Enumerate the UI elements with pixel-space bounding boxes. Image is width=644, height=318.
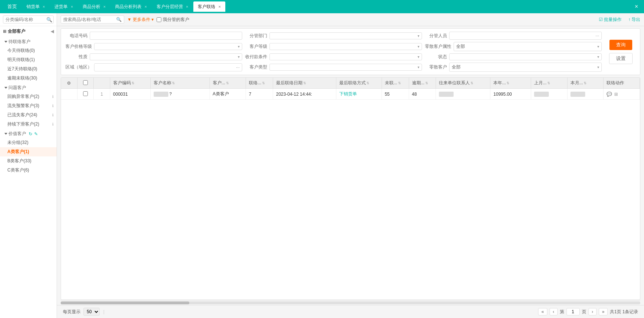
- action-chat-icon[interactable]: 💬: [607, 92, 612, 97]
- sidebar-item-churn-warning[interactable]: 流失预警客户(3) ℹ: [0, 101, 57, 110]
- action-icons: 💬 ⊞: [607, 92, 637, 97]
- sidebar-item-ungrouped[interactable]: 未分组(32): [0, 138, 57, 147]
- my-customers-checkbox[interactable]: 我分管的客户: [157, 17, 189, 23]
- more-filters-btn[interactable]: ▼ 更多条件 ▾: [127, 17, 154, 23]
- nav-tab-analysis[interactable]: 商品分析 ×: [78, 1, 110, 12]
- manager-ellipsis-icon[interactable]: ···: [595, 33, 599, 38]
- nav-tab-sales[interactable]: 销货单 ×: [22, 1, 49, 12]
- close-analysis-list-tab[interactable]: ×: [144, 4, 147, 9]
- search-input[interactable]: [63, 17, 115, 22]
- close-sales-tab[interactable]: ×: [43, 4, 45, 9]
- this-month-blurred: [570, 92, 585, 97]
- filter-row-1: 电话号码 分管部门 ▾ 分管人员: [65, 32, 602, 40]
- customer-type-select[interactable]: ▾: [269, 64, 422, 71]
- page-input[interactable]: [566, 308, 580, 315]
- next-page-btn[interactable]: ›: [588, 308, 597, 315]
- prev-page-btn[interactable]: ‹: [550, 308, 558, 315]
- total-records-label: 共1页 1条记录: [610, 309, 638, 315]
- col-last-contact-method[interactable]: 最后联络方式⇅: [336, 78, 382, 89]
- col-customer-type[interactable]: 客户...⇅: [210, 78, 246, 89]
- manager-select[interactable]: ···: [449, 32, 602, 40]
- row-num: 1: [94, 89, 110, 100]
- sidebar-item-churned[interactable]: 已流失客户(24) ℹ: [0, 110, 57, 120]
- row-last-contact-date: 2023-04-12 14:44:: [273, 89, 336, 100]
- last-contact-method-link[interactable]: 下销货单: [339, 91, 357, 96]
- nav-tab-analysis-list[interactable]: 商品分析列表 ×: [111, 1, 151, 12]
- dept-select[interactable]: ▾: [269, 32, 422, 39]
- last-page-btn[interactable]: »: [599, 308, 608, 315]
- close-customer-contact-tab[interactable]: ×: [218, 4, 221, 9]
- col-customer-code[interactable]: 客户编码⇅: [110, 78, 151, 89]
- sidebar-search-icon[interactable]: 🔍: [46, 17, 52, 22]
- col-customer-name[interactable]: 客户名称⇅: [151, 78, 210, 89]
- price-grade-select[interactable]: ▾: [94, 43, 242, 50]
- sidebar-item-class-c[interactable]: C类客户(6): [0, 166, 57, 175]
- payment-label: 收付款条件: [245, 54, 267, 60]
- horizontal-scrollbar[interactable]: [61, 300, 640, 305]
- dept-chevron-icon: ▾: [418, 34, 419, 38]
- settings-button[interactable]: 设置: [609, 53, 633, 64]
- gear-icon[interactable]: ⚙: [67, 81, 71, 86]
- status-select[interactable]: ▾: [449, 53, 602, 60]
- customer-grade-select[interactable]: ▾: [269, 43, 422, 50]
- all-customers-section[interactable]: ⊞ 全部客户 ◀: [0, 26, 57, 37]
- search-button[interactable]: 查询: [609, 40, 632, 50]
- col-last-month[interactable]: 上月...⇅: [531, 78, 568, 89]
- sort-method-icon: ⇅: [366, 81, 369, 85]
- nature-select[interactable]: ▾: [90, 53, 242, 60]
- problem-customers-group: 问题客户: [0, 83, 57, 92]
- action-link-icon[interactable]: ⊞: [614, 92, 618, 97]
- nav-tab-home[interactable]: 首页: [3, 1, 21, 12]
- region-select[interactable]: ···: [94, 63, 242, 71]
- help-icon-1: ℹ: [52, 104, 54, 108]
- sidebar-item-today-contact[interactable]: 今天待联络(0): [0, 46, 57, 55]
- col-this-year[interactable]: 本年...⇅: [490, 78, 531, 89]
- my-customers-check[interactable]: [157, 17, 161, 22]
- row-contact-count: 7: [246, 89, 273, 100]
- batch-ops-btn[interactable]: ☑ 批量操作: [599, 17, 622, 23]
- scrollbar-thumb[interactable]: [61, 301, 189, 304]
- filter-customer-type: 客户类型 ▾: [245, 64, 422, 71]
- nav-tab-customer-contact[interactable]: 客户联络 ×: [193, 1, 225, 12]
- nav-tab-purchase[interactable]: 进货单 ×: [50, 1, 77, 12]
- phone-input[interactable]: [90, 32, 242, 40]
- edit-value-icon[interactable]: ✎: [34, 131, 38, 137]
- table-header-row: ⚙ 客户编码⇅ 客户名称⇅ 客户...⇅: [61, 78, 640, 89]
- payment-select[interactable]: ▾: [269, 53, 422, 60]
- per-page-select[interactable]: 50: [83, 308, 100, 316]
- col-unit-contact[interactable]: 往来单位联系人⇅: [436, 78, 490, 89]
- sidebar-item-7day-contact[interactable]: 近7天待联络(0): [0, 64, 57, 74]
- sidebar-item-tomorrow-contact[interactable]: 明天待联络(1): [0, 55, 57, 64]
- col-this-month[interactable]: 本月...⇅: [567, 78, 604, 89]
- collapse-sidebar-btn[interactable]: ◀: [51, 29, 54, 34]
- region-ellipsis-icon[interactable]: ···: [236, 65, 240, 70]
- first-page-btn[interactable]: «: [538, 308, 547, 315]
- select-all-checkbox[interactable]: [83, 80, 88, 85]
- sidebar-item-repurchase-abnormal[interactable]: 回购异常客户(2) ℹ: [0, 92, 57, 101]
- phone-label: 电话号码: [65, 33, 87, 39]
- sidebar-item-class-a[interactable]: A类客户(1): [0, 147, 57, 156]
- export-btn[interactable]: ↑ 导出: [628, 17, 640, 23]
- col-num: [94, 78, 110, 89]
- sidebar-item-class-b[interactable]: B类客户(33): [0, 156, 57, 166]
- filter-chevron-icon: ▾: [151, 17, 154, 22]
- status-label: 状态: [425, 54, 447, 60]
- row-check: [77, 89, 93, 100]
- close-all-button[interactable]: ×: [632, 3, 641, 10]
- sort-code-icon: ⇅: [132, 81, 135, 85]
- close-customer-tier-tab[interactable]: ×: [186, 4, 188, 9]
- refresh-value-icon[interactable]: ↻: [29, 131, 32, 137]
- close-purchase-tab[interactable]: ×: [71, 4, 73, 9]
- search-icon[interactable]: 🔍: [116, 17, 122, 22]
- col-unpaid[interactable]: 未联...⇅: [382, 78, 409, 89]
- nav-tab-customer-tier[interactable]: 客户分层经营 ×: [152, 1, 193, 12]
- close-analysis-tab[interactable]: ×: [103, 4, 105, 9]
- col-last-contact-date[interactable]: 最后联络日期⇅: [273, 78, 336, 89]
- row-checkbox[interactable]: [83, 91, 88, 96]
- retail-customer-select[interactable]: 全部 ▾: [449, 63, 602, 72]
- col-overdue[interactable]: 逾期...⇅: [409, 78, 436, 89]
- sidebar-item-overdue-contact[interactable]: 逾期未联络(30): [0, 74, 57, 83]
- sidebar-item-declining[interactable]: 持续下滑客户(2) ℹ: [0, 120, 57, 129]
- retail-attr-select[interactable]: 全部 ▾: [454, 42, 602, 51]
- col-contact-count[interactable]: 联络...⇅: [246, 78, 273, 89]
